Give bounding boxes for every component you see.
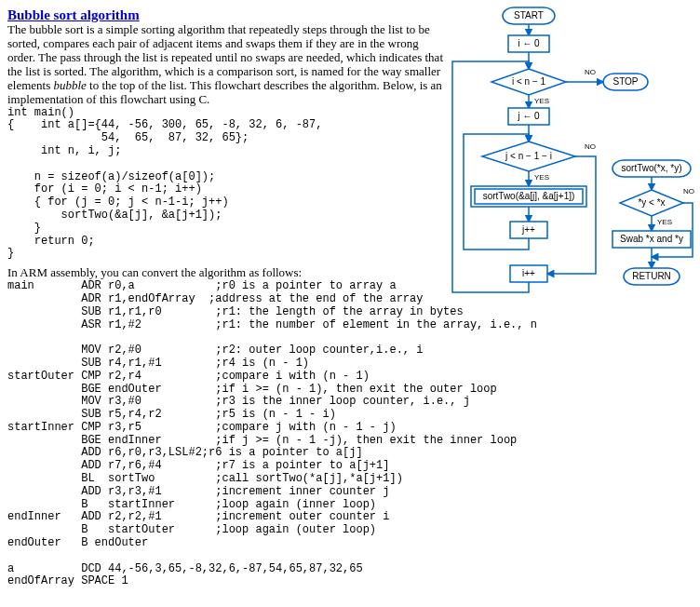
c-code-block: int main() { int a[]={44, -56, 300, 65, … (7, 107, 445, 262)
jcond-label: j < n − 1 − i (505, 151, 552, 161)
j0-label: j ← 0 (517, 111, 540, 121)
sorttwo-label: sortTwo(*x, *y) (621, 163, 681, 173)
no-2: NO (585, 142, 596, 151)
jpp-label: j++ (521, 224, 535, 235)
i0-label: i ← 0 (518, 38, 540, 48)
yes-3: YES (657, 218, 672, 226)
stop-label: STOP (612, 76, 638, 87)
yes-2: YES (534, 173, 549, 182)
start-label: START (514, 10, 544, 20)
no-3: NO (683, 187, 694, 196)
no-1: NO (585, 68, 596, 76)
ipp-label: i++ (522, 268, 535, 278)
flowchart: START i ← 0 i < n − 1 YES NO STOP j ← 0 … (445, 4, 694, 376)
para-bubble-italic: bubble (53, 78, 86, 92)
icond-label: i < n − 1 (512, 76, 546, 87)
swap-label: Swab *x and *y (620, 234, 683, 244)
return-label: RETURN (632, 271, 671, 281)
yes-1: YES (534, 97, 549, 105)
call-label: sortTwo(&a[j], &a[j+1]) (483, 191, 575, 201)
intro-paragraph: The bubble sort is a simple sorting algo… (7, 23, 445, 107)
page-title: Bubble sort algorithm (7, 7, 445, 23)
ycond-label: *y < *x (638, 197, 665, 208)
